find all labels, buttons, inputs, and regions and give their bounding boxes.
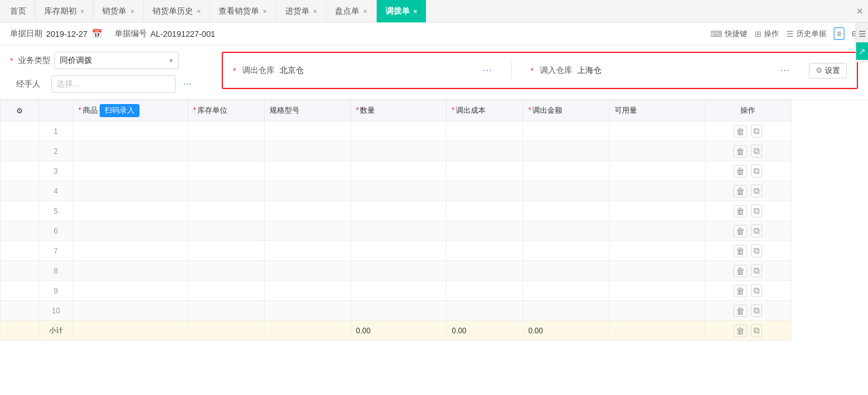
copy-icon[interactable]: ⧉ xyxy=(751,324,762,337)
row-unit-cell[interactable] xyxy=(188,121,265,141)
close-icon[interactable]: × xyxy=(363,7,367,15)
row-unit-cell[interactable] xyxy=(188,301,265,321)
row-spec-cell[interactable] xyxy=(265,201,351,221)
row-cost-cell[interactable] xyxy=(446,241,523,261)
close-icon[interactable]: × xyxy=(197,7,200,15)
delete-icon[interactable]: 🗑 xyxy=(734,225,747,237)
row-cost-cell[interactable] xyxy=(446,261,523,281)
row-amount-cell[interactable] xyxy=(523,221,609,241)
row-qty-cell[interactable] xyxy=(351,261,446,281)
copy-icon[interactable]: ⧉ xyxy=(751,184,762,198)
row-unit-cell[interactable] xyxy=(188,241,265,261)
tab-purchase-order[interactable]: 进货单 × xyxy=(276,0,326,22)
row-qty-cell[interactable] xyxy=(351,221,446,241)
copy-icon[interactable]: ⧉ xyxy=(751,224,762,237)
close-icon[interactable]: × xyxy=(263,7,267,15)
row-qty-cell[interactable] xyxy=(351,141,446,161)
row-amount-cell[interactable] xyxy=(523,241,609,261)
row-cost-cell[interactable] xyxy=(446,161,523,181)
row-unit-cell[interactable] xyxy=(188,221,265,241)
row-unit-cell[interactable] xyxy=(188,261,265,281)
row-qty-cell[interactable] xyxy=(351,121,446,141)
delete-icon[interactable]: 🗑 xyxy=(734,325,747,337)
copy-icon[interactable]: ⧉ xyxy=(751,244,762,257)
row-unit-cell[interactable] xyxy=(188,281,265,301)
row-cost-cell[interactable] xyxy=(446,221,523,241)
row-goods-cell[interactable] xyxy=(73,201,188,221)
history-button[interactable]: ☰ 历史单据 xyxy=(786,29,826,39)
copy-icon[interactable]: ⧉ xyxy=(751,145,762,158)
copy-icon[interactable]: ⧉ xyxy=(751,164,762,178)
sidebar-list-icon[interactable]: ☰ xyxy=(856,25,869,42)
tab-home[interactable]: 首页 xyxy=(5,0,35,22)
copy-icon[interactable]: ⧉ xyxy=(751,264,762,277)
close-icon[interactable]: × xyxy=(313,7,317,15)
row-cost-cell[interactable] xyxy=(446,281,523,301)
row-amount-cell[interactable] xyxy=(523,281,609,301)
row-amount-cell[interactable] xyxy=(523,261,609,281)
copy-icon[interactable]: ⧉ xyxy=(751,284,762,297)
tab-view-sales[interactable]: 查看销货单 × xyxy=(210,0,276,22)
row-unit-cell[interactable] xyxy=(188,201,265,221)
row-qty-cell[interactable] xyxy=(351,201,446,221)
row-qty-cell[interactable] xyxy=(351,281,446,301)
business-type-select[interactable]: 同价调拨 ▾ xyxy=(54,52,179,69)
delete-icon[interactable]: 🗑 xyxy=(734,285,747,297)
delete-icon[interactable]: 🗑 xyxy=(734,125,747,138)
row-spec-cell[interactable] xyxy=(265,141,351,161)
handler-select[interactable]: 选择... xyxy=(51,75,176,93)
row-goods-cell[interactable] xyxy=(73,241,188,261)
row-goods-cell[interactable] xyxy=(73,121,188,141)
close-icon[interactable]: × xyxy=(130,7,134,15)
layout-list-button[interactable]: ≡ xyxy=(834,27,844,40)
row-spec-cell[interactable] xyxy=(265,301,351,321)
row-goods-cell[interactable] xyxy=(73,181,188,201)
close-icon[interactable]: × xyxy=(413,7,417,15)
copy-icon[interactable]: ⧉ xyxy=(751,204,762,217)
row-cost-cell[interactable] xyxy=(446,201,523,221)
row-spec-cell[interactable] xyxy=(265,161,351,181)
delete-icon[interactable]: 🗑 xyxy=(734,265,747,277)
row-amount-cell[interactable] xyxy=(523,161,609,181)
delete-icon[interactable]: 🗑 xyxy=(734,245,747,257)
row-amount-cell[interactable] xyxy=(523,181,609,201)
row-spec-cell[interactable] xyxy=(265,261,351,281)
delete-icon[interactable]: 🗑 xyxy=(734,165,747,178)
row-spec-cell[interactable] xyxy=(265,241,351,261)
row-spec-cell[interactable] xyxy=(265,181,351,201)
row-spec-cell[interactable] xyxy=(265,281,351,301)
row-amount-cell[interactable] xyxy=(523,301,609,321)
row-qty-cell[interactable] xyxy=(351,301,446,321)
operations-button[interactable]: ⊞ 操作 xyxy=(755,29,779,39)
row-cost-cell[interactable] xyxy=(446,301,523,321)
row-unit-cell[interactable] xyxy=(188,141,265,161)
row-goods-cell[interactable] xyxy=(73,261,188,281)
calendar-icon[interactable]: 📅 xyxy=(92,29,102,39)
tab-transfer[interactable]: 调拨单 × xyxy=(377,0,427,22)
row-cost-cell[interactable] xyxy=(446,141,523,161)
row-spec-cell[interactable] xyxy=(265,121,351,141)
close-icon[interactable]: × xyxy=(80,7,84,15)
row-unit-cell[interactable] xyxy=(188,161,265,181)
row-cost-cell[interactable] xyxy=(446,121,523,141)
copy-icon[interactable]: ⧉ xyxy=(751,125,762,138)
row-amount-cell[interactable] xyxy=(523,141,609,161)
tab-inventory-init[interactable]: 库存期初 × xyxy=(35,0,93,22)
table-wrapper[interactable]: ⚙ *商品 扫码录入 *库存单位 规格型号 *数量 *调出成本 *调出金额 可用… xyxy=(0,100,868,395)
settings-button[interactable]: ⚙ 设置 xyxy=(809,63,847,79)
tab-sales-order[interactable]: 销货单 × xyxy=(93,0,143,22)
warehouse-in-more-icon[interactable]: ··· xyxy=(780,65,790,76)
delete-icon[interactable]: 🗑 xyxy=(734,205,747,217)
shortcuts-button[interactable]: ⌨ 快捷键 xyxy=(710,29,747,39)
warehouse-out-more-icon[interactable]: ··· xyxy=(483,65,493,76)
col-gear-header[interactable]: ⚙ xyxy=(1,100,39,121)
scan-button[interactable]: 扫码录入 xyxy=(100,104,139,117)
row-qty-cell[interactable] xyxy=(351,161,446,181)
handler-more-icon[interactable]: ··· xyxy=(183,79,191,90)
delete-icon[interactable]: 🗑 xyxy=(734,145,747,158)
delete-icon[interactable]: 🗑 xyxy=(734,305,747,317)
row-unit-cell[interactable] xyxy=(188,181,265,201)
copy-icon[interactable]: ⧉ xyxy=(751,304,762,317)
row-goods-cell[interactable] xyxy=(73,301,188,321)
row-goods-cell[interactable] xyxy=(73,141,188,161)
